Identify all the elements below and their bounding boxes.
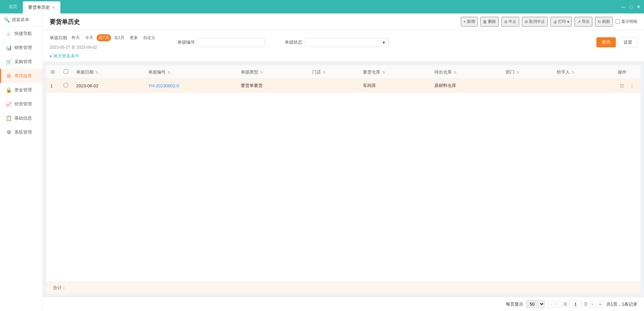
tab-list: 首页 要货单历史 ✕ bbox=[3, 0, 60, 13]
sidebar-item-inventory[interactable]: ⊞ 库存核算 bbox=[0, 69, 43, 83]
col-dept-sort-icon[interactable]: ⇅ bbox=[517, 71, 519, 74]
status-filter-group: 单据状态 ▾ bbox=[285, 38, 389, 47]
sidebar-item-basic-info-label: 基础信息 bbox=[14, 115, 32, 121]
sidebar-search[interactable]: 🔍 搜索菜单 bbox=[0, 13, 43, 27]
col-date: 单据日期 ⇅ bbox=[72, 65, 144, 79]
expand-more-btn[interactable]: ▾ 展开更多条件 bbox=[50, 53, 637, 59]
print-icon: 🖨 bbox=[553, 19, 557, 24]
show-detail-checkbox[interactable] bbox=[615, 19, 620, 24]
table-row: 1 2023-06-02 YH-20230602-0 要货单要货 车间库 原材料… bbox=[46, 79, 641, 93]
row-docno-link[interactable]: YH-20230602-0 bbox=[148, 83, 179, 88]
row-checkbox[interactable] bbox=[64, 83, 68, 87]
table-empty-space bbox=[46, 93, 641, 282]
row-doctype: 要货单要货 bbox=[237, 79, 308, 93]
expand-chevron-icon: ▾ bbox=[50, 54, 52, 59]
print-button[interactable]: 🖨 打印 ▾ bbox=[550, 17, 572, 27]
export-button[interactable]: ↗ 导出 bbox=[575, 17, 592, 27]
show-detail-toggle[interactable]: 显示明细 bbox=[615, 19, 637, 25]
summary-label: 合计： bbox=[53, 285, 66, 290]
last-page-button[interactable]: » bbox=[597, 301, 604, 308]
close-window-icon[interactable]: ✕ bbox=[637, 4, 641, 9]
refresh-button[interactable]: ↻ 刷新 bbox=[595, 17, 613, 27]
add-icon: + bbox=[464, 19, 466, 24]
cancel-stop-icon: ⊘ bbox=[525, 19, 528, 24]
shortcut-7days[interactable]: 近7天 bbox=[97, 34, 111, 41]
page-label: 第 bbox=[563, 301, 568, 307]
sidebar-item-finance[interactable]: 🔒 资金管理 bbox=[0, 83, 43, 97]
operations-icon: 📈 bbox=[6, 101, 12, 107]
sidebar-item-shortcuts-label: 快捷导航 bbox=[14, 31, 32, 37]
shortcut-more[interactable]: 更多 bbox=[128, 34, 140, 41]
col-handler-sort-icon[interactable]: ⇅ bbox=[572, 71, 574, 74]
tab-requisition-label: 要货单历史 bbox=[28, 4, 50, 10]
row-view-icon[interactable]: ⊡ bbox=[618, 82, 626, 90]
col-docno-sort-icon[interactable]: ⇅ bbox=[168, 71, 170, 74]
sidebar-item-purchase-label: 采购管理 bbox=[14, 59, 32, 65]
col-out-warehouse-sort-icon[interactable]: ⇅ bbox=[454, 71, 457, 74]
docno-filter-group: 单据编号 bbox=[177, 38, 265, 47]
status-select-chevron: ▾ bbox=[383, 40, 385, 45]
col-action: 操作 bbox=[614, 65, 641, 79]
sidebar-item-sales-label: 销售管理 bbox=[14, 45, 32, 51]
page-suffix: 页 bbox=[584, 301, 588, 307]
cancel-stop-button[interactable]: ⊘ 取消中止 bbox=[522, 17, 548, 27]
page-actions: + 新增 🗑 删除 ⊘ 中止 ⊘ 取消中止 🖨 打印 bbox=[461, 17, 637, 27]
col-date-sort-icon[interactable]: ⇅ bbox=[96, 71, 98, 74]
col-store-sort-icon[interactable]: ⇅ bbox=[323, 71, 325, 74]
col-req-warehouse-label: 要货仓库 bbox=[363, 70, 380, 75]
inventory-icon: ⊞ bbox=[6, 73, 12, 79]
col-doctype-sort-icon[interactable]: ⇅ bbox=[260, 71, 263, 74]
new-button[interactable]: + 新增 bbox=[461, 17, 478, 27]
pagination: 每页显示 20 50 100 200 « ‹ 第 页 › » 共1页，1条记录 bbox=[43, 297, 644, 311]
maximize-icon[interactable]: □ bbox=[630, 4, 633, 9]
sidebar-item-system-label: 系统管理 bbox=[14, 129, 32, 135]
row-store bbox=[308, 79, 359, 93]
col-date-label: 单据日期 bbox=[76, 70, 94, 75]
col-doctype: 单据类型 ⇅ bbox=[237, 65, 308, 79]
next-page-button[interactable]: › bbox=[589, 301, 595, 308]
prev-page-button[interactable]: ‹ bbox=[556, 301, 562, 308]
query-button[interactable]: 查询 bbox=[596, 37, 616, 47]
setting-button[interactable]: 设置 bbox=[619, 37, 637, 47]
total-info: 共1页，1条记录 bbox=[606, 301, 637, 307]
sidebar-item-shortcuts[interactable]: ⌂ 快捷导航 bbox=[0, 27, 43, 41]
tab-home[interactable]: 首页 bbox=[3, 0, 23, 13]
date-filter-group: 单据日期 昨天 今天 近7天 近1月 更多 自定义 2023-05-27 至 2… bbox=[50, 34, 157, 50]
status-select[interactable]: ▾ bbox=[305, 38, 389, 47]
row-out-warehouse: 原材料仓库 bbox=[430, 79, 502, 93]
tab-close-icon[interactable]: ✕ bbox=[52, 5, 55, 10]
stop-button[interactable]: ⊘ 中止 bbox=[501, 17, 519, 27]
page-size-select[interactable]: 20 50 100 200 bbox=[526, 300, 545, 308]
sidebar-item-finance-label: 资金管理 bbox=[14, 87, 32, 93]
delete-icon: 🗑 bbox=[483, 19, 487, 24]
minimize-icon[interactable]: — bbox=[621, 4, 626, 9]
column-settings-icon[interactable]: ⚙ bbox=[50, 69, 55, 75]
shortcut-yesterday[interactable]: 昨天 bbox=[70, 34, 82, 41]
first-page-button[interactable]: « bbox=[547, 301, 554, 308]
shortcut-1month[interactable]: 近1月 bbox=[112, 34, 127, 41]
col-out-warehouse: 待出仓库 ⇅ bbox=[430, 65, 502, 79]
table-area: ⚙ 单据日期 ⇅ 单据编号 ⇅ bbox=[46, 65, 641, 294]
page-title: 要货单历史 bbox=[50, 18, 80, 26]
page-number-input[interactable] bbox=[569, 301, 582, 308]
row-more-icon[interactable]: ⋮ bbox=[628, 82, 636, 90]
col-handler: 经手人 ⇅ bbox=[553, 65, 614, 79]
refresh-icon: ↻ bbox=[598, 19, 601, 24]
sidebar-item-operations[interactable]: 📈 经营管理 bbox=[0, 97, 43, 111]
shortcut-custom[interactable]: 自定义 bbox=[141, 34, 157, 41]
sidebar-item-basic-info[interactable]: 📋 基础信息 bbox=[0, 111, 43, 125]
tab-requisition-history[interactable]: 要货单历史 ✕ bbox=[23, 1, 60, 13]
sidebar-item-sales[interactable]: 📊 销售管理 bbox=[0, 41, 43, 55]
col-req-warehouse-sort-icon[interactable]: ⇅ bbox=[382, 71, 385, 74]
row-action-buttons: ⊡ ⋮ bbox=[618, 82, 637, 90]
delete-button[interactable]: 🗑 删除 bbox=[480, 17, 499, 27]
data-table: ⚙ 单据日期 ⇅ 单据编号 ⇅ bbox=[46, 65, 641, 93]
docno-input[interactable] bbox=[198, 38, 265, 47]
sidebar-item-system[interactable]: ⚙ 系统管理 bbox=[0, 125, 43, 139]
select-all-checkbox[interactable] bbox=[64, 70, 68, 74]
sidebar-item-purchase[interactable]: 🛒 采购管理 bbox=[0, 55, 43, 69]
shortcut-today[interactable]: 今天 bbox=[83, 34, 95, 41]
col-dept-label: 部门 bbox=[506, 70, 515, 75]
search-icon: 🔍 bbox=[4, 17, 10, 23]
date-filter-label: 单据日期 bbox=[50, 35, 67, 41]
